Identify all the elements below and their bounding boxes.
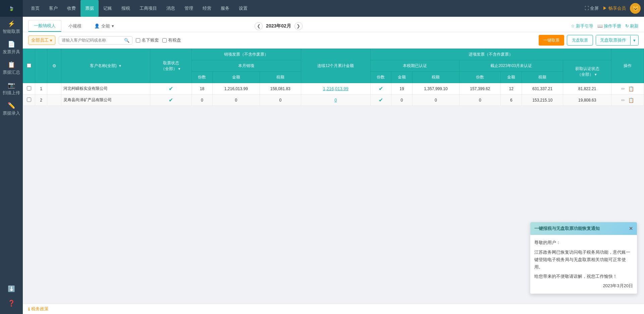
employee-select[interactable]: 全部员工 ▾ bbox=[28, 36, 55, 45]
search-input[interactable] bbox=[62, 38, 122, 43]
manual-btn[interactable]: 📖 操作手册 bbox=[597, 23, 621, 29]
row-uv-count-0: 12 bbox=[501, 83, 522, 95]
th-pv-amount: 金额 bbox=[391, 72, 413, 83]
sidebar-item-smart-fetch[interactable]: ⚡ 智能取票 bbox=[0, 17, 23, 37]
row-fetch-status-1: ✔ bbox=[150, 95, 192, 106]
row-checkbox-0[interactable] bbox=[23, 83, 35, 95]
policy-link[interactable]: 税务政策 bbox=[31, 306, 49, 312]
sidebar-item-label-smart-fetch: 智能取票 bbox=[3, 28, 20, 35]
sidebar-item-issue-invoice[interactable]: 📄 发票开具 bbox=[0, 37, 23, 58]
prev-icon: ❮ bbox=[257, 23, 261, 28]
row-uv-tax-1: 19,808.63 bbox=[563, 95, 611, 106]
row-verify-status-0: ✔ bbox=[370, 83, 391, 95]
no-disk-ops-main[interactable]: 无盘取票操作 bbox=[596, 35, 630, 45]
row-ops-0: ✏ 📋 bbox=[611, 83, 644, 95]
search-box[interactable]: 🔍 bbox=[59, 36, 132, 45]
issue-invoice-icon: 📄 bbox=[8, 41, 15, 48]
sidebar-item-scan-upload[interactable]: 📷 扫描上传 bbox=[0, 78, 23, 99]
row-sales-tax-1: 0 bbox=[260, 95, 301, 106]
edit-icon-0[interactable]: ✏ bbox=[621, 86, 625, 91]
sidebar-item-help[interactable]: ❓ bbox=[0, 296, 23, 311]
customer-filter-icon[interactable]: ▼ bbox=[118, 64, 122, 68]
no-disk-ops-btn[interactable]: 无盘取票操作 ▾ bbox=[596, 35, 639, 46]
th-operation: 操作 bbox=[611, 49, 644, 83]
tab-all-arrow: ▾ bbox=[112, 23, 114, 28]
edit-icon-1[interactable]: ✏ bbox=[621, 98, 625, 103]
row-cumulative-1: 0 bbox=[301, 95, 370, 106]
checkbox-my-accounts-label: 名下账套 bbox=[142, 37, 159, 43]
nav-billing[interactable]: 收费 bbox=[62, 0, 80, 17]
sidebar-item-invoice-summary[interactable]: 📋 票据汇总 bbox=[0, 58, 23, 78]
nav-operation[interactable]: 经营 bbox=[198, 0, 216, 17]
invoice-summary-icon: 📋 bbox=[8, 61, 15, 68]
nav-business[interactable]: 工商项目 bbox=[135, 0, 162, 17]
sidebar-item-data-entry[interactable]: ✏️ 票据录入 bbox=[0, 99, 23, 119]
th-index bbox=[35, 49, 47, 83]
nav-settings[interactable]: 设置 bbox=[234, 0, 252, 17]
policy-icon: ℹ bbox=[28, 307, 30, 312]
checkbox-my-accounts[interactable]: 名下账套 bbox=[136, 37, 159, 43]
next-period-btn[interactable]: ❯ bbox=[294, 22, 303, 30]
detail-icon-1[interactable]: 📋 bbox=[628, 98, 634, 103]
row-gear-0[interactable] bbox=[47, 83, 61, 95]
refresh-btn[interactable]: ↻ 刷新 bbox=[625, 23, 639, 29]
th-verify-status: 获取认证状态（全部）▼ bbox=[563, 60, 611, 83]
one-click-fetch-btn[interactable]: 一键取票 bbox=[539, 35, 564, 46]
row-pv-amount-0: 1,357,999.10 bbox=[412, 83, 459, 95]
nav-home[interactable]: 首页 bbox=[26, 0, 44, 17]
sidebar-item-label-scan-upload: 扫描上传 bbox=[3, 90, 20, 96]
refresh-label: 刷新 bbox=[630, 23, 639, 29]
nav-customer[interactable]: 客户 bbox=[44, 0, 62, 17]
nav-message[interactable]: 消息 bbox=[162, 0, 180, 17]
new-guide-label: 新手引导 bbox=[576, 23, 593, 29]
smart-fetch-icon: ⚡ bbox=[8, 20, 15, 27]
nav-manage[interactable]: 管理 bbox=[180, 0, 198, 17]
no-disk-ops-arrow[interactable]: ▾ bbox=[630, 36, 638, 45]
th-sales-count: 份数 bbox=[192, 72, 213, 83]
employee-select-arrow: ▾ bbox=[50, 38, 52, 43]
sidebar-item-download[interactable]: ⬇️ bbox=[0, 282, 23, 296]
download-icon: ⬇️ bbox=[8, 285, 15, 293]
avatar[interactable]: 🐱 bbox=[630, 3, 641, 14]
nav-service[interactable]: 服务 bbox=[216, 0, 234, 17]
new-guide-btn[interactable]: ☆ 新手引导 bbox=[571, 23, 593, 29]
filter-right-buttons: 一键取票 无盘取票 无盘取票操作 ▾ bbox=[539, 35, 639, 46]
row-uv-count-1: 6 bbox=[501, 95, 522, 106]
new-guide-icon: ☆ bbox=[571, 23, 575, 28]
row-pv-count-0: 19 bbox=[391, 83, 413, 95]
nav-accounting[interactable]: 记账 bbox=[99, 0, 117, 17]
vip-icon: ▶ bbox=[603, 6, 607, 11]
tab-small-scale[interactable]: 小规模 bbox=[63, 20, 87, 32]
notification-close-btn[interactable]: ✕ bbox=[629, 226, 633, 231]
row-sales-tax-0: 158,081.83 bbox=[260, 83, 301, 95]
nav-tax[interactable]: 报税 bbox=[117, 0, 135, 17]
row-gear-1[interactable] bbox=[47, 95, 61, 106]
notification-popup: 一键报税与无盘取票功能恢复通知 ✕ 尊敬的用户： 江苏政务网已恢复访问电子税务局… bbox=[530, 222, 637, 294]
logo: 🍃 bbox=[0, 0, 23, 17]
sidebar: 🍃 ⚡ 智能取票 📄 发票开具 📋 票据汇总 📷 扫描上传 ✏️ 票据录入 ⬇️… bbox=[0, 0, 23, 314]
nav-invoice[interactable]: 票据 bbox=[80, 0, 99, 17]
fetch-status-filter-icon[interactable]: ▼ bbox=[178, 67, 181, 71]
prev-period-btn[interactable]: ❮ bbox=[255, 22, 263, 30]
scan-upload-icon: 📷 bbox=[8, 81, 15, 89]
tab-general-taxpayer[interactable]: 一般纳税人 bbox=[28, 20, 61, 32]
row-pv-amount-1: 0 bbox=[412, 95, 459, 106]
row-verify-status-1: ✔ bbox=[370, 95, 391, 106]
checkbox-has-tax-disk[interactable]: 有税盘 bbox=[162, 37, 181, 43]
has-tax-disk-check[interactable] bbox=[162, 38, 167, 43]
no-disk-fetch-btn[interactable]: 无盘取票 bbox=[567, 35, 593, 46]
row-sales-amount-1: 0 bbox=[213, 95, 260, 106]
tab-all[interactable]: 👤 全能 ▾ bbox=[89, 20, 120, 32]
vip-btn[interactable]: ▶ 畅享会员 bbox=[603, 5, 626, 11]
fullscreen-btn[interactable]: ⛶ 全屏 bbox=[585, 5, 599, 11]
th-sales-amount: 金额 bbox=[213, 72, 260, 83]
select-all-checkbox[interactable] bbox=[27, 63, 31, 68]
row-sales-count-1: 0 bbox=[192, 95, 213, 106]
detail-icon-0[interactable]: 📋 bbox=[628, 86, 634, 91]
verify-filter-icon[interactable]: ▼ bbox=[594, 73, 597, 76]
help-icon: ❓ bbox=[8, 300, 15, 307]
row-checkbox-1[interactable] bbox=[23, 95, 35, 106]
gear-icon[interactable]: ⚙ bbox=[52, 63, 56, 68]
my-accounts-check[interactable] bbox=[136, 38, 140, 43]
fullscreen-icon: ⛶ bbox=[585, 6, 589, 11]
